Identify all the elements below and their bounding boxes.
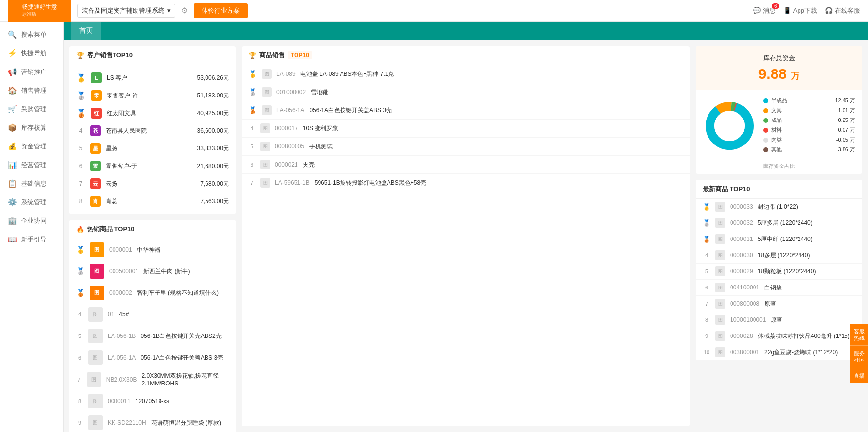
sidebar-item-inventory[interactable]: 📦 库存核算 xyxy=(0,119,63,137)
legend-item: 肉类 -0.05 万 xyxy=(763,136,855,144)
np-name: 5厘多层 (1220*2440) xyxy=(758,219,855,227)
legend-dot xyxy=(763,138,768,143)
product-code: 0000011 xyxy=(108,398,131,405)
sales-code: LA-59651-1B xyxy=(275,179,310,186)
sidebar-item-search[interactable]: 🔍 搜索菜单 xyxy=(0,25,63,44)
np-thumb: 图 xyxy=(715,218,725,228)
hot-products-list: 🥇 图 0000001 中华神器 🥈 图 000500001 新西兰牛肉 (新牛… xyxy=(69,239,236,432)
cart-icon: 🛒 xyxy=(8,105,17,114)
sidebar-label-quick-nav: 快捷导航 xyxy=(21,49,46,58)
rank-number: 8 xyxy=(76,198,85,205)
sidebar-item-guide[interactable]: 📖 新手引导 xyxy=(0,230,63,249)
legend-name: 其他 xyxy=(771,146,833,153)
rank-name: 星扬 xyxy=(106,144,192,153)
rank-badge: 星 xyxy=(90,143,101,154)
settings-icon: ⚙️ xyxy=(8,198,17,207)
gear-icon[interactable]: ⚙ xyxy=(181,6,188,15)
col-mid: 🏆 商品销售 TOP10 🥇 图 LA-089 电池盖 LA-089 ABS本色… xyxy=(242,46,690,426)
rank-amount: 33,333.00元 xyxy=(197,144,229,153)
system-select[interactable]: 装备及固定资产辅助管理系统 ▾ xyxy=(77,4,175,18)
float-btn-live[interactable]: 直播 xyxy=(850,368,868,383)
rank-badge: 零 xyxy=(90,161,101,171)
speaker-icon: 📢 xyxy=(8,68,17,76)
np-name: 体械荔枝味苏打饮品400毫升 (1*15) xyxy=(758,332,855,340)
legend-value: 0.25 万 xyxy=(838,117,855,124)
rank-name: 云扬 xyxy=(106,180,195,188)
sidebar-item-quick-nav[interactable]: ⚡ 快捷导航 xyxy=(0,44,63,63)
rank-number: 7 xyxy=(76,180,85,187)
sidebar-item-finance[interactable]: 💰 资金管理 xyxy=(0,137,63,156)
rank-number: 4 xyxy=(249,125,255,131)
product-code: 0000001 xyxy=(109,246,132,253)
customer-rank-item: 4 苍 苍南县人民医院 36,600.00元 xyxy=(69,122,236,140)
product-code: LA-056-1B xyxy=(108,333,136,339)
hot-product-item: 6 图 LA-056-1A 056-1A白色按键开关盖ABS 3壳 xyxy=(69,347,236,368)
new-product-item: 🥈 图 0000032 5厘多层 (1220*2440) xyxy=(696,215,862,231)
legend-dot xyxy=(763,118,768,123)
rank-number: 8 xyxy=(703,317,710,323)
sales-ranking-header: 🏆 商品销售 TOP10 xyxy=(242,46,690,65)
product-thumb-placeholder: 图 xyxy=(88,329,103,343)
message-item[interactable]: 💬 消息 6 xyxy=(753,6,776,15)
np-thumb: 图 xyxy=(715,347,725,357)
sales-code: LA-089 xyxy=(276,71,296,77)
sales-rank-item: 🥉 图 LA-056-1A 056-1A白色按键开关盖ABS 3壳 xyxy=(242,101,690,120)
sales-code: 0000021 xyxy=(275,161,298,168)
clipboard-icon: 📋 xyxy=(8,179,17,188)
sales-rank-item: 🥇 图 LA-089 电池盖 LA-089 ABS本色+黑种 7.1克 xyxy=(242,65,690,83)
product-thumb-placeholder: 图 xyxy=(88,394,103,408)
rank-number: 4 xyxy=(703,252,710,258)
sidebar-item-operations[interactable]: 📊 经营管理 xyxy=(0,156,63,174)
online-service-item[interactable]: 🎧 在线客服 xyxy=(825,6,860,15)
inventory-unit: 万 xyxy=(791,71,799,81)
sidebar-item-enterprise[interactable]: 🏢 企业协同 xyxy=(0,212,63,230)
rank-badge: L xyxy=(91,72,102,83)
customer-rank-item: 🥈 零 零售客户-许 51,183.00元 xyxy=(69,87,236,104)
rank-name: 苍南县人民医院 xyxy=(106,127,192,135)
donut-legend: 半成品 12.45 万 文具 1.01 万 成品 0.25 万 材料 0.07 … xyxy=(763,97,855,156)
trial-button[interactable]: 体验行业方案 xyxy=(194,3,248,18)
rank-badge: 零 xyxy=(91,90,102,101)
sidebar-label-inventory: 库存核算 xyxy=(21,123,46,132)
sidebar-item-system[interactable]: ⚙️ 系统管理 xyxy=(0,193,63,212)
float-btn-service[interactable]: 客服 热线 xyxy=(850,324,868,346)
np-thumb: 图 xyxy=(715,234,725,244)
rank-icon: 🥉 xyxy=(703,236,710,243)
sales-product-thumb: 图 xyxy=(260,160,270,169)
app-download-item[interactable]: 📱 App下载 xyxy=(783,6,817,15)
app-label: App下载 xyxy=(793,6,817,15)
rank-number: 6 xyxy=(76,163,85,169)
legend-value: 0.07 万 xyxy=(838,126,855,134)
rank-number: 10 xyxy=(703,349,710,355)
legend-value: 12.45 万 xyxy=(835,97,855,104)
new-product-item: 🥉 图 0000031 5厘中纤 (1220*2440) xyxy=(696,231,862,247)
float-btn-community[interactable]: 服务 社区 xyxy=(850,346,868,368)
np-thumb: 图 xyxy=(715,315,725,325)
sidebar-item-marketing[interactable]: 📢 营销推广 xyxy=(0,63,63,81)
sales-name: 056-1A白色按键开关盖ABS 3壳 xyxy=(309,106,683,115)
customer-rank-item: 5 星 星扬 33,333.00元 xyxy=(69,140,236,157)
product-name: 花语萌恒温分腿睡袋 (厚款) xyxy=(151,419,221,427)
np-name: 原查 xyxy=(764,300,855,308)
sidebar-item-purchase[interactable]: 🛒 采购管理 xyxy=(0,100,63,119)
sidebar-item-basic-info[interactable]: 📋 基础信息 xyxy=(0,174,63,193)
rank-icon: 🥉 xyxy=(76,289,85,297)
rank-icon: 🥇 xyxy=(249,70,257,78)
legend-dot xyxy=(763,98,768,103)
sidebar-item-sales[interactable]: 🏠 销售管理 xyxy=(0,81,63,100)
rank-icon: 🥇 xyxy=(703,203,710,211)
house-icon: 🏠 xyxy=(8,86,17,95)
dashboard: 🏆 客户销售TOP10 🥇 L LS 客户 53,006.26元 🥈 零 零售客… xyxy=(64,40,868,432)
rank-number: 7 xyxy=(249,180,255,186)
hot-products-title: 热销商品 TOP10 xyxy=(87,225,135,234)
search-icon: 🔍 xyxy=(8,30,17,39)
rank-amount: 7,563.00元 xyxy=(200,197,229,206)
logo-area: 畅捷通好生意 标准版 xyxy=(8,0,71,22)
sidebar-label-operations: 经营管理 xyxy=(21,161,46,169)
tab-home[interactable]: 首页 xyxy=(71,22,101,40)
customer-ranking-card: 🏆 客户销售TOP10 🥇 L LS 客户 53,006.26元 🥈 零 零售客… xyxy=(69,46,236,214)
legend-item: 半成品 12.45 万 xyxy=(763,97,855,104)
rank-amount: 7,680.00元 xyxy=(200,180,229,188)
np-name: 5厘中纤 (1220*2440) xyxy=(758,235,855,243)
fire-icon: 🔥 xyxy=(76,226,84,233)
